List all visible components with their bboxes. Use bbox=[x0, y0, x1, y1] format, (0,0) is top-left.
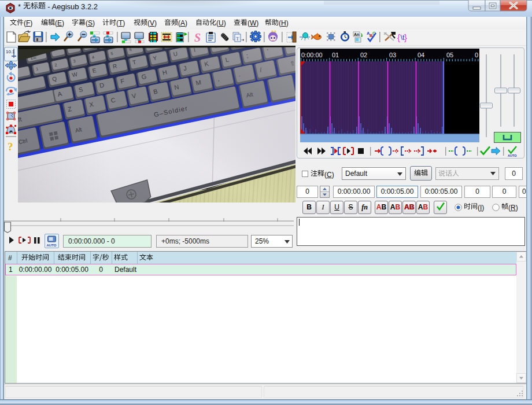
svg-text:0:00:00: 0:00:00 bbox=[301, 51, 323, 58]
svg-text:AUTO: AUTO bbox=[47, 244, 57, 247]
svg-text:05: 05 bbox=[446, 51, 453, 58]
svg-text:?: ? bbox=[8, 141, 13, 153]
svg-text:04: 04 bbox=[418, 51, 424, 58]
svg-text:03: 03 bbox=[389, 51, 396, 58]
svg-text:AUTO: AUTO bbox=[508, 154, 517, 157]
svg-text:02: 02 bbox=[360, 51, 367, 58]
svg-text:0: 0 bbox=[475, 51, 478, 58]
svg-text:01: 01 bbox=[332, 51, 339, 58]
